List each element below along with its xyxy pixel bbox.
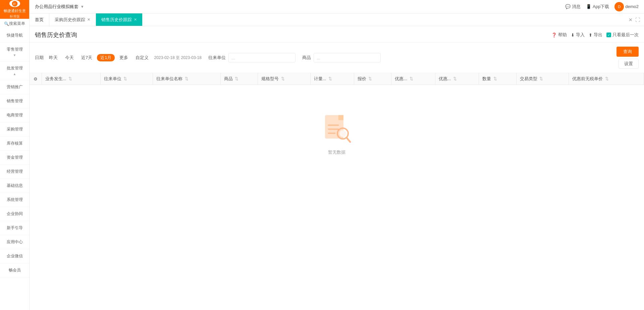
svg-rect-4 (338, 115, 343, 120)
col-partner-code[interactable]: 往来单位 ⇅ (100, 73, 153, 85)
date-btn-more[interactable]: 更多 (117, 54, 131, 61)
marketing-label: 营销推广 (7, 84, 23, 90)
sidebar-item-basic[interactable]: 基础信息 (0, 179, 29, 193)
date-btn-7days[interactable]: 近7天 (78, 54, 95, 61)
col-pretax-price[interactable]: 优惠前无税单价 ⇅ (569, 73, 644, 85)
sidebar-item-newuser[interactable]: 新手引导 (0, 221, 29, 235)
page-title: 销售历史价查询 (35, 31, 77, 39)
sidebar-item-finance[interactable]: 资金管理 (0, 151, 29, 165)
download-icon: 📱 (586, 4, 591, 9)
tab-purchase-history[interactable]: 采购历史价跟踪 ✕ (49, 13, 96, 26)
close-tab-icon[interactable]: ✕ (629, 17, 633, 22)
sidebar-item-ecommerce[interactable]: 电商管理 (0, 108, 29, 122)
tab-home[interactable]: 首页 (30, 13, 49, 26)
maximize-icon[interactable]: ⛶ (635, 17, 640, 22)
ecommerce-label: 电商管理 (7, 112, 23, 118)
col-quantity[interactable]: 数量 ⇅ (479, 73, 517, 85)
import-label: 导入 (576, 32, 585, 38)
sort-icon-discount1: ⇅ (410, 76, 413, 81)
inventory-label: 库存核算 (7, 141, 23, 146)
page-header-actions: ❓ 帮助 ⬇ 导入 ⬆ 导出 ✓ 只看最后一次 (551, 32, 639, 38)
sort-icon-price: ⇅ (368, 76, 372, 81)
sidebar-item-shortcut[interactable]: 快捷导航 (0, 29, 29, 43)
download-label: App下载 (593, 4, 609, 10)
logo-icon: 好 (9, 0, 20, 7)
partner-dots: ... (231, 55, 235, 60)
goods-input[interactable]: ... (314, 53, 381, 62)
col-biz-date[interactable]: 业务发生... ⇅ (42, 73, 100, 85)
download-button[interactable]: 📱 App下载 (586, 4, 609, 10)
col-unit[interactable]: 计量... ⇅ (310, 73, 354, 85)
purchase-history-tab-close[interactable]: ✕ (87, 17, 90, 22)
sidebar-item-inventory[interactable]: 库存核算 (0, 137, 29, 151)
partner-input[interactable]: ... (228, 53, 296, 62)
date-range: 2023-02-18 至 2023-03-18 (154, 55, 201, 61)
topbar-left: 办公用品行业模拟账套 ▾ (35, 4, 84, 10)
user-menu[interactable]: D demo2 (614, 2, 639, 11)
date-btn-today[interactable]: 今天 (62, 54, 76, 61)
only-last-checkbox[interactable]: ✓ 只看最后一次 (606, 32, 639, 38)
sort-icon-pretax-price: ⇅ (605, 76, 609, 81)
date-filter-group: 日期 昨天 今天 近7天 近1月 更多 自定义 2023-02-18 至 202… (35, 54, 202, 61)
search-menu-item[interactable]: 🔍 搜索菜单 (0, 19, 29, 29)
col-price[interactable]: 报价 ⇅ (354, 73, 391, 85)
sort-icon-quantity: ⇅ (493, 76, 497, 81)
sidebar-item-sales[interactable]: 销售管理 (0, 94, 29, 108)
page-header: 销售历史价查询 ❓ 帮助 ⬇ 导入 ⬆ 导出 ✓ 只看最后一次 (30, 26, 644, 43)
sidebar: 好 畅捷通好生意 标准版 🔍 搜索菜单 快捷导航 零售管理 ▼ 批发管理 ▲ 营… (0, 0, 30, 310)
import-button[interactable]: ⬇ 导入 (571, 32, 585, 38)
col-goods[interactable]: 商品 ⇅ (220, 73, 258, 85)
message-button[interactable]: 💬 消息 (565, 4, 581, 10)
date-btn-custom[interactable]: 自定义 (133, 54, 151, 61)
date-btn-1month[interactable]: 近1月 (97, 54, 115, 61)
sidebar-item-member[interactable]: 畅会员 (0, 263, 29, 277)
tabbar-actions: ✕ ⛶ (625, 13, 644, 26)
main-area: 办公用品行业模拟账套 ▾ 💬 消息 📱 App下载 D demo2 首页 采购历… (30, 0, 644, 310)
system-label: 系统管理 (7, 197, 23, 203)
date-btn-yesterday[interactable]: 昨天 (46, 54, 60, 61)
svg-point-9 (339, 130, 346, 137)
goods-filter-group: 商品 ... (302, 53, 381, 62)
sidebar-item-marketing[interactable]: 营销推广 (0, 80, 29, 94)
export-label: 导出 (594, 32, 602, 38)
sidebar-item-enterprise[interactable]: 企业协同 (0, 207, 29, 221)
sidebar-item-retail[interactable]: 零售管理 ▼ (0, 43, 29, 61)
sidebar-item-system[interactable]: 系统管理 (0, 193, 29, 207)
empty-icon (320, 112, 354, 145)
app-logo: 好 畅捷通好生意 标准版 (0, 0, 29, 19)
settings-button[interactable]: 设置 (619, 59, 639, 69)
purchase-label: 采购管理 (7, 126, 23, 132)
table-container: ⚙ 业务发生... ⇅ 往来单位 ⇅ 往来单位名称 ⇅ (30, 73, 644, 310)
only-last-label: 只看最后一次 (612, 32, 639, 38)
sidebar-item-wechat[interactable]: 企业微信 (0, 249, 29, 263)
sort-icon-partner-name: ⇅ (185, 76, 189, 81)
partner-label: 往来单位 (208, 55, 226, 61)
col-settings[interactable]: ⚙ (30, 73, 42, 85)
sort-icon-spec: ⇅ (281, 76, 285, 81)
sidebar-item-appcenter[interactable]: 应用中心 (0, 235, 29, 249)
sidebar-item-operations[interactable]: 经营管理 (0, 165, 29, 179)
col-partner-name[interactable]: 往来单位名称 ⇅ (153, 73, 220, 85)
query-button[interactable]: 查询 (616, 47, 639, 57)
col-discount1[interactable]: 优惠... ⇅ (391, 73, 435, 85)
message-icon: 💬 (565, 4, 571, 9)
empty-state: 暂无数据 (30, 85, 644, 182)
sort-icon-goods: ⇅ (235, 76, 238, 81)
col-trade-type[interactable]: 交易类型 ⇅ (516, 73, 569, 85)
tab-sales-history[interactable]: 销售历史价跟踪 ✕ (96, 13, 143, 26)
sales-history-tab-label: 销售历史价跟踪 (101, 17, 132, 23)
company-dropdown-icon[interactable]: ▾ (81, 4, 84, 9)
sort-icon-trade-type: ⇅ (539, 76, 543, 81)
export-button[interactable]: ⬆ 导出 (589, 32, 602, 38)
partner-filter-group: 往来单位 ... (208, 53, 296, 62)
purchase-history-tab-label: 采购历史价跟踪 (55, 17, 85, 23)
help-button[interactable]: ❓ 帮助 (551, 32, 567, 38)
import-icon: ⬇ (571, 33, 575, 38)
col-discount2[interactable]: 优惠... ⇅ (435, 73, 479, 85)
sales-history-tab-close[interactable]: ✕ (134, 17, 137, 22)
retail-arrow: ▼ (13, 53, 16, 57)
sidebar-item-wholesale[interactable]: 批发管理 ▲ (0, 61, 29, 80)
col-spec[interactable]: 规格型号 ⇅ (258, 73, 310, 85)
content-area: 销售历史价查询 ❓ 帮助 ⬇ 导入 ⬆ 导出 ✓ 只看最后一次 (30, 26, 644, 310)
sidebar-item-purchase[interactable]: 采购管理 (0, 122, 29, 137)
